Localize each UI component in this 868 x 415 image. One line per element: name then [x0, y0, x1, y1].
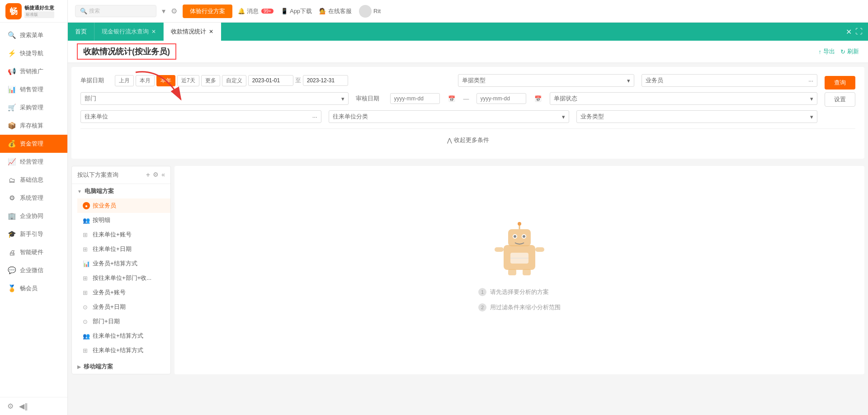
tree-item-unit-date[interactable]: ⊞ 往来单位+日期 [77, 242, 170, 256]
sidebar-item-guide[interactable]: 🎓 新手引导 [0, 225, 67, 243]
filter-btn-group: 查询 设置 [825, 74, 855, 107]
add-scheme-btn[interactable]: + [146, 171, 150, 179]
sidebar-item-wechat[interactable]: 💬 企业微信 [0, 261, 67, 279]
empty-steps: 1 请先选择要分析的方案 2 用过滤条件来缩小分析范围 [478, 286, 561, 313]
sidebar-item-sales[interactable]: 📊 销售管理 [0, 80, 67, 99]
app-download-item[interactable]: 📱 App下载 [281, 7, 312, 15]
tab-receipt-stat[interactable]: 收款情况统计 ✕ [164, 23, 221, 41]
sidebar-item-inventory[interactable]: 📦 库存核算 [0, 117, 67, 135]
tree-item-dept-date[interactable]: ⊙ 部门+日期 [77, 314, 170, 329]
audit-date-cal-icon1[interactable]: 📅 [448, 95, 455, 102]
user-item[interactable]: Rit [359, 5, 381, 18]
user-avatar [359, 5, 372, 18]
svg-rect-8 [495, 247, 504, 252]
tree-item-salesman-date[interactable]: ⊙ 业务员+日期 [77, 300, 170, 314]
svg-point-7 [518, 222, 521, 226]
date-btn-more[interactable]: 更多 [201, 75, 220, 86]
left-panel-header: 按以下方案查询 + ⚙ « [72, 166, 170, 184]
tree-group-mobile[interactable]: ▶ 移动端方案 [72, 359, 170, 374]
filter-panel: 单据日期 上月 本月 本年 近7天 更多 自定义 至 [71, 67, 864, 159]
sales-icon: 📊 [7, 85, 16, 94]
svg-point-5 [523, 235, 525, 238]
tab-bank-flow[interactable]: 现金银行流水查询 ✕ [94, 23, 164, 41]
doc-type-select[interactable]: 单据类型 ▾ [458, 74, 634, 87]
tree-item-by-salesman[interactable]: ● 按业务员 [77, 198, 170, 213]
doc-type-dropdown-icon: ▾ [627, 77, 630, 84]
notification-item[interactable]: 🔔 消息 99+ [238, 7, 274, 15]
salesman-settle-icon: 📊 [83, 260, 90, 267]
refresh-btn[interactable]: ↻ 刷新 [840, 47, 859, 56]
tree-item-salesman-settlement[interactable]: 📊 业务员+结算方式 [77, 256, 170, 271]
tree-item-unit-settle2[interactable]: ⊞ 往来单位+结算方式 [77, 343, 170, 358]
tree-item-by-detail[interactable]: 👥 按明细 [77, 213, 170, 227]
audit-date-cal-icon2[interactable]: 📅 [534, 95, 542, 102]
tree-item-salesman-account[interactable]: ⊞ 业务员+账号 [77, 285, 170, 300]
biz-type-select[interactable]: 业务类型 ▾ [576, 110, 817, 123]
query-btn[interactable]: 查询 [825, 76, 855, 90]
date-group: 上月 本月 本年 近7天 更多 自定义 至 [115, 75, 451, 86]
collapse-footer-icon[interactable]: ◀‖ [19, 402, 28, 410]
finance-icon: 💰 [7, 139, 16, 148]
svg-rect-10 [508, 269, 516, 275]
date-btn-last-month[interactable]: 上月 [115, 75, 134, 86]
date-btn-last-7days[interactable]: 近7天 [177, 75, 199, 86]
sidebar-item-operation[interactable]: 📈 经营管理 [0, 153, 67, 171]
scheme-settings-icon[interactable]: ⚙ [153, 171, 159, 179]
salesman-select[interactable]: 业务员 ··· [642, 74, 818, 87]
page-header-actions: ↑ 导出 ↻ 刷新 [819, 47, 859, 56]
from-unit-select[interactable]: 往来单位 ··· [80, 110, 321, 123]
from-unit-more-icon: ··· [312, 113, 317, 120]
tab-home[interactable]: 首页 [68, 23, 94, 41]
scheme-collapse-icon[interactable]: « [161, 171, 165, 179]
salesman-date-icon: ⊙ [83, 304, 90, 311]
from-unit-category-select[interactable]: 往来单位分类 ▾ [329, 110, 570, 123]
settings-footer-icon[interactable]: ⚙ [7, 402, 14, 410]
filter-row-1: 单据日期 上月 本月 本年 近7天 更多 自定义 至 [80, 74, 817, 87]
tab-receipt-stat-close[interactable]: ✕ [209, 28, 213, 35]
date-to-input[interactable] [303, 75, 348, 86]
date-from-input[interactable] [248, 75, 293, 86]
sidebar-item-hardware[interactable]: 🖨 智能硬件 [0, 243, 67, 261]
collapse-btn[interactable]: ⋀ 收起更多条件 [443, 132, 493, 148]
export-btn[interactable]: ↑ 导出 [819, 47, 835, 56]
sidebar-item-basic[interactable]: 🗂 基础信息 [0, 171, 67, 189]
date-btn-this-month[interactable]: 本月 [136, 75, 155, 86]
settings-btn[interactable]: 设置 [825, 92, 855, 107]
sidebar-item-finance[interactable]: 💰 资金管理 [0, 135, 67, 153]
sidebar-item-member[interactable]: 🏅 畅会员 [0, 279, 67, 297]
marketing-icon: 📢 [7, 67, 16, 76]
audit-date-to-input[interactable] [476, 93, 526, 104]
topbar-search[interactable]: 🔍 搜索 [75, 5, 156, 17]
date-btn-this-year[interactable]: 本年 [156, 75, 175, 86]
filter-row-3: 往来单位 ··· 往来单位分类 ▾ 业务类型 ▾ [80, 110, 817, 123]
date-btn-custom[interactable]: 自定义 [222, 75, 246, 86]
logo: 畅 畅捷通好生意 标准版 [0, 0, 67, 23]
sidebar-item-purchase[interactable]: 🛒 采购管理 [0, 99, 67, 117]
sidebar-item-system[interactable]: ⚙ 系统管理 [0, 189, 67, 207]
date-separator: 至 [295, 76, 301, 85]
window-expand-icon[interactable]: ⛶ [855, 28, 863, 36]
audit-date-dash: — [463, 95, 469, 102]
dropdown-icon[interactable]: ▾ [162, 7, 165, 15]
tree-item-unit-account[interactable]: ⊞ 往来单位+账号 [77, 227, 170, 242]
unit-settle1-icon: 👥 [83, 333, 90, 340]
right-panel: 1 请先选择要分析的方案 2 用过滤条件来缩小分析范围 [175, 166, 864, 374]
sidebar-item-search[interactable]: 🔍 搜索菜单 [0, 26, 67, 44]
sidebar-item-quicknav[interactable]: ⚡ 快捷导航 [0, 44, 67, 62]
sidebar-item-marketing[interactable]: 📢 营销推广 [0, 62, 67, 80]
sidebar-item-corp[interactable]: 🏢 企业协同 [0, 207, 67, 225]
doc-status-select[interactable]: 单据状态 ▾ [550, 92, 818, 105]
window-close-icon[interactable]: ✕ [846, 28, 852, 36]
tree-item-unit-dept[interactable]: ⊞ 按往来单位+部门+收... [77, 271, 170, 285]
topbar-settings-icon[interactable]: ⚙ [171, 7, 177, 15]
tab-bank-flow-close[interactable]: ✕ [151, 28, 156, 35]
step-1-num: 1 [478, 288, 486, 296]
trial-btn[interactable]: 体验行业方案 [183, 5, 232, 18]
audit-date-from-input[interactable] [390, 93, 440, 104]
online-service-item[interactable]: 💁 在线客服 [319, 7, 352, 15]
tree-item-unit-settle1[interactable]: 👥 往来单位+结算方式 [77, 329, 170, 343]
dept-select[interactable]: 部门 ▾ [80, 92, 349, 105]
search-icon: 🔍 [7, 31, 16, 40]
tree-group-desktop[interactable]: ▼ 电脑端方案 [72, 184, 170, 198]
unit-settle2-icon: ⊞ [83, 347, 90, 354]
